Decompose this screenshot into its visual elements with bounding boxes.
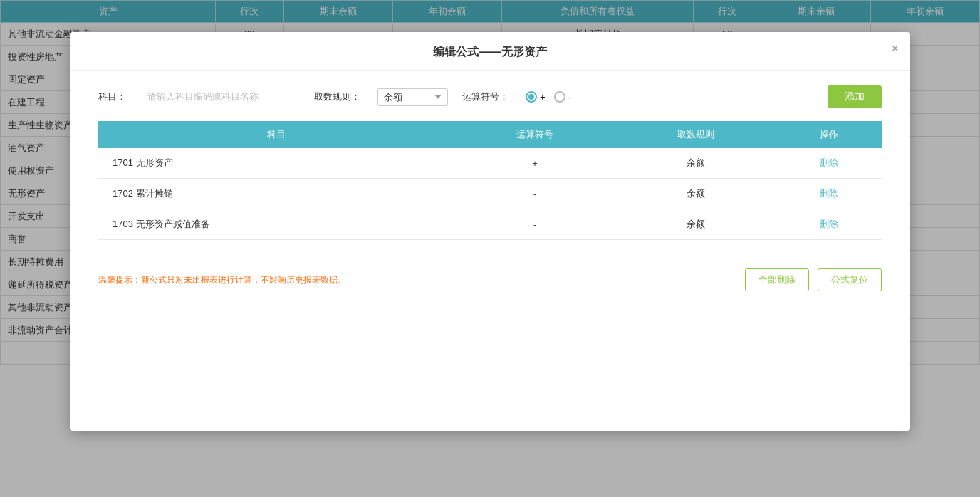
radio-minus-indicator bbox=[554, 91, 565, 103]
form-row: 科目： 取数规则： 余额 借方发生额 贷方发生额 期初余额 运算符号： + bbox=[70, 71, 910, 121]
add-button[interactable]: 添加 bbox=[828, 85, 882, 108]
formula-row: 1702 累计摊销 - 余额 删除 bbox=[98, 179, 882, 209]
formula-table: 科目 运算符号 取数规则 操作 1701 无形资产 + 余额 删除 1702 累… bbox=[98, 121, 882, 240]
delete-link[interactable]: 删除 bbox=[820, 188, 838, 199]
radio-plus-indicator bbox=[526, 91, 537, 103]
subject-input[interactable] bbox=[143, 88, 300, 105]
inner-table-wrapper: 科目 运算符号 取数规则 操作 1701 无形资产 + 余额 删除 1702 累… bbox=[98, 121, 882, 240]
col-subject: 科目 bbox=[98, 121, 454, 148]
formula-rule: 余额 bbox=[615, 209, 776, 240]
delete-link[interactable]: 删除 bbox=[820, 157, 838, 168]
operator-radio-group: + - bbox=[526, 91, 571, 103]
modal-header: 编辑公式——无形资产 × bbox=[70, 32, 910, 71]
operator-minus-radio[interactable]: - bbox=[554, 91, 571, 103]
formula-subject: 1702 累计摊销 bbox=[98, 179, 454, 209]
formula-operator: - bbox=[454, 179, 615, 209]
formula-operator: + bbox=[454, 148, 615, 179]
modal-backdrop: 编辑公式——无形资产 × 科目： 取数规则： 余额 借方发生额 贷方发生额 期初… bbox=[0, 0, 980, 497]
formula-action: 删除 bbox=[776, 179, 882, 209]
reset-button[interactable]: 公式复位 bbox=[818, 268, 882, 291]
delete-all-button[interactable]: 全部删除 bbox=[745, 268, 809, 291]
col-operator: 运算符号 bbox=[454, 121, 615, 148]
formula-action: 删除 bbox=[776, 209, 882, 240]
subject-label: 科目： bbox=[98, 90, 126, 103]
modal-dialog: 编辑公式——无形资产 × 科目： 取数规则： 余额 借方发生额 贷方发生额 期初… bbox=[70, 32, 910, 431]
tip-text: 温馨提示：新公式只对未出报表进行计算，不影响历史报表数据。 bbox=[98, 274, 346, 286]
col-rule: 取数规则 bbox=[615, 121, 776, 148]
formula-operator: - bbox=[454, 209, 615, 240]
formula-subject: 1703 无形资产减值准备 bbox=[98, 209, 454, 240]
formula-action: 删除 bbox=[776, 148, 882, 179]
formula-subject: 1701 无形资产 bbox=[98, 148, 454, 179]
operator-label: 运算符号： bbox=[462, 90, 509, 103]
footer-buttons: 全部删除 公式复位 bbox=[745, 268, 882, 291]
operator-minus-label: - bbox=[568, 92, 571, 103]
col-action: 操作 bbox=[776, 121, 882, 148]
operator-plus-radio[interactable]: + bbox=[526, 91, 546, 103]
formula-rule: 余额 bbox=[615, 179, 776, 209]
rule-select[interactable]: 余额 借方发生额 贷方发生额 期初余额 bbox=[377, 88, 448, 106]
delete-link[interactable]: 删除 bbox=[820, 219, 838, 229]
operator-plus-label: + bbox=[540, 92, 546, 103]
close-button[interactable]: × bbox=[891, 42, 899, 55]
rule-label: 取数规则： bbox=[314, 90, 360, 103]
formula-rule: 余额 bbox=[615, 148, 776, 179]
modal-title: 编辑公式——无形资产 bbox=[433, 45, 547, 60]
modal-footer: 温馨提示：新公式只对未出报表进行计算，不影响历史报表数据。 全部删除 公式复位 bbox=[70, 254, 910, 291]
rule-select-wrapper: 余额 借方发生额 贷方发生额 期初余额 bbox=[377, 88, 448, 106]
formula-row: 1701 无形资产 + 余额 删除 bbox=[98, 148, 882, 179]
formula-row: 1703 无形资产减值准备 - 余额 删除 bbox=[98, 209, 882, 240]
